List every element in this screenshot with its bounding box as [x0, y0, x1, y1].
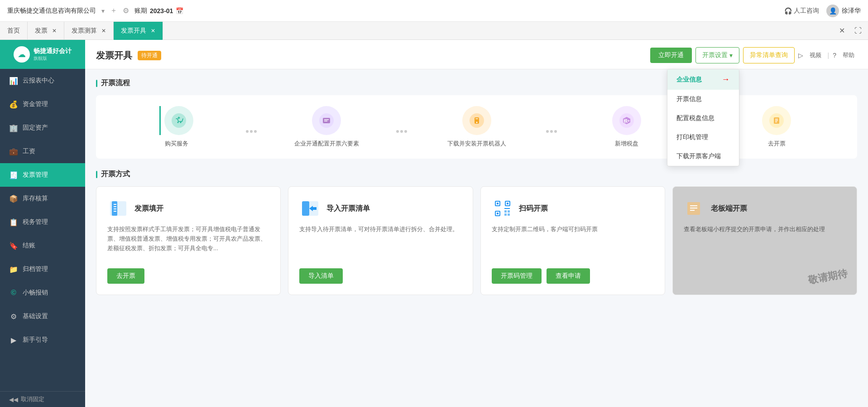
dropdown-item-enterprise[interactable]: 企业信息 →	[667, 69, 739, 90]
top-bar-actions: 🎧 人工咨询 👤 徐泽华	[784, 5, 861, 17]
download-client-label: 下载开票客户端	[676, 152, 721, 160]
settings-button[interactable]: 开票设置 ▾	[695, 47, 739, 63]
sidebar-item-guidang[interactable]: 📁 归档管理	[0, 257, 85, 281]
service-button[interactable]: 🎧 人工咨询	[784, 7, 819, 15]
sidebar-item-fapiao[interactable]: 🧾 发票管理	[0, 163, 85, 187]
tab-fapiao-label: 发票	[35, 27, 48, 35]
method-boss-icon	[684, 198, 705, 219]
sidebar-item-jichu[interactable]: ⚙ 基础设置	[0, 305, 85, 328]
question-icon: ?	[833, 52, 836, 59]
calendar-icon[interactable]: 📅	[176, 7, 183, 15]
dropdown-item-tax-config[interactable]: 配置税盘信息	[667, 109, 739, 128]
logo-sub: 旗舰版	[34, 55, 72, 62]
close-window-button[interactable]: ✕	[835, 24, 848, 37]
sidebar-item-xiaochang[interactable]: © 小畅报销	[0, 281, 85, 305]
status-badge: 待开通	[138, 51, 161, 60]
svg-rect-35	[508, 210, 510, 213]
method-card-fill: 发票填开 支持按照发票样式手工填开发票；可开具增值税电子普通发票、增值税普通发票…	[96, 186, 281, 295]
method-boss-header: 老板端开票	[684, 198, 846, 219]
shuiwu-icon: 📋	[9, 218, 18, 227]
jiezhang-icon: 🔖	[9, 241, 18, 250]
sidebar-logo: ☁ 畅捷通好会计 旗舰版	[0, 40, 85, 69]
step-invoice-label: 去开票	[768, 140, 786, 148]
sidebar-item-gudingzichan-label: 固定资产	[23, 124, 48, 132]
sidebar: ☁ 畅捷通好会计 旗舰版 📊 云报表中心 💰 资金管理 🏢 固定资产 💼 工资	[0, 40, 85, 407]
method-fill-header: 发票填开	[107, 198, 269, 219]
red-arrow-icon: →	[722, 75, 730, 84]
avatar: 👤	[826, 5, 839, 17]
step-divider-2	[396, 121, 407, 133]
tab-fapiao[interactable]: 发票 ✕	[28, 22, 64, 40]
sidebar-item-shuiwu[interactable]: 📋 税务管理	[0, 210, 85, 234]
gudingzichan-icon: 🏢	[9, 123, 18, 132]
method-import-desc: 支持导入待开票清单，可对待开票清单进行拆分、合并处理。	[299, 225, 461, 261]
step-download: 下载并安装开票机器人	[407, 106, 546, 148]
svg-rect-34	[504, 210, 507, 213]
activate-button[interactable]: 立即开通	[650, 48, 692, 63]
method-card-boss: 老板端开票 查看老板端小程序提交的开票申请，并作出相应的处理 敬请期待	[672, 186, 857, 295]
enterprise-info-label: 企业信息	[676, 76, 702, 84]
sidebar-item-gudingzichan[interactable]: 🏢 固定资产	[0, 116, 85, 140]
step-config-label: 企业开通配置开票六要素	[294, 140, 359, 148]
method-fill-button[interactable]: 去开票	[107, 268, 144, 284]
tab-kaiju[interactable]: 发票开具 ✕	[114, 22, 163, 40]
chevron-down-icon: ▾	[729, 52, 733, 59]
sidebar-item-yunbao-label: 云报表中心	[23, 77, 54, 85]
sidebar-scroll: 📊 云报表中心 💰 资金管理 🏢 固定资产 💼 工资 🧾 发票管理 📦	[0, 69, 85, 391]
tab-kaiju-close[interactable]: ✕	[151, 28, 155, 34]
sidebar-item-xinshou-label: 新手引导	[23, 336, 48, 344]
tab-cesuan[interactable]: 发票测算 ✕	[64, 22, 114, 40]
sidebar-item-jiezhang[interactable]: 🔖 结账	[0, 234, 85, 257]
sidebar-item-xinshou[interactable]: ▶ 新手引导	[0, 328, 85, 352]
dropdown-item-invoice-info[interactable]: 开票信息	[667, 90, 739, 109]
step-config: 企业开通配置开票六要素	[257, 106, 396, 148]
flow-section-title: 开票流程	[96, 78, 857, 88]
svg-rect-32	[497, 213, 499, 214]
tab-bar: 首页 发票 ✕ 发票测算 ✕ 发票开具 ✕ ✕ ⛶	[0, 22, 868, 40]
svg-rect-36	[504, 213, 507, 216]
company-dropdown-icon[interactable]: ▾	[101, 7, 105, 15]
dropdown-item-download-client[interactable]: 下载开票客户端	[667, 147, 739, 166]
abnormal-button[interactable]: 异常清单查询	[743, 47, 795, 63]
method-scan-manage-button[interactable]: 开票码管理	[492, 268, 542, 284]
method-import-icon	[299, 198, 321, 219]
sidebar-item-kucun[interactable]: 📦 库存核算	[0, 187, 85, 210]
sidebar-bottom-label: 取消固定	[21, 395, 44, 403]
method-fill-icon	[107, 198, 129, 219]
dropdown-item-printer[interactable]: 打印机管理	[667, 128, 739, 147]
tab-home[interactable]: 首页	[0, 22, 28, 40]
maximize-window-button[interactable]: ⛶	[852, 24, 864, 37]
sidebar-item-yunbao[interactable]: 📊 云报表中心	[0, 69, 85, 92]
method-scan-apply-button[interactable]: 查看申请	[547, 268, 590, 284]
video-button[interactable]: 视频	[807, 48, 824, 63]
method-boss-watermark: 敬请期待	[807, 267, 849, 287]
top-bar: 重庆畅捷交通信息咨询有限公司 ▾ ＋ ⚙ 账期 2023-01 📅 🎧 人工咨询…	[0, 0, 868, 22]
step-invoice-icon	[762, 106, 791, 135]
account-period: 账期 2023-01 📅	[134, 7, 183, 15]
printer-label: 打印机管理	[676, 133, 708, 141]
settings-icon[interactable]: ⚙	[123, 6, 129, 15]
settings-dropdown-menu: 企业信息 → 开票信息 配置税盘信息 打印机管理 下	[667, 69, 739, 166]
tab-fapiao-close[interactable]: ✕	[52, 28, 57, 34]
settings-button-label: 开票设置	[702, 51, 728, 59]
sidebar-item-zijin[interactable]: 💰 资金管理	[0, 92, 85, 116]
user-info: 👤 徐泽华	[826, 5, 861, 17]
method-import-button[interactable]: 导入清单	[299, 268, 343, 284]
sidebar-item-fapiao-label: 发票管理	[23, 171, 48, 179]
svg-rect-30	[497, 203, 499, 204]
tab-home-label: 首页	[7, 27, 20, 35]
sidebar-item-shuiwu-label: 税务管理	[23, 218, 48, 226]
tab-cesuan-close[interactable]: ✕	[101, 28, 106, 34]
help-button[interactable]: 帮助	[840, 48, 857, 63]
sidebar-bottom-cancel[interactable]: ◀◀ 取消固定	[0, 391, 85, 407]
page-header: 发票开具 待开通 立即开通 开票设置 ▾ 企业信息 →	[85, 40, 868, 69]
headset-icon: 🎧	[784, 7, 792, 15]
sidebar-item-gongzi[interactable]: 💼 工资	[0, 140, 85, 163]
logo-title: 畅捷通好会计	[34, 47, 72, 55]
sidebar-item-jichu-label: 基础设置	[23, 312, 48, 320]
window-controls: ✕ ⛶	[835, 24, 868, 37]
sidebar-item-gongzi-label: 工资	[23, 147, 35, 155]
add-icon[interactable]: ＋	[110, 6, 117, 15]
svg-point-1	[177, 122, 179, 123]
svg-rect-26	[302, 201, 309, 216]
